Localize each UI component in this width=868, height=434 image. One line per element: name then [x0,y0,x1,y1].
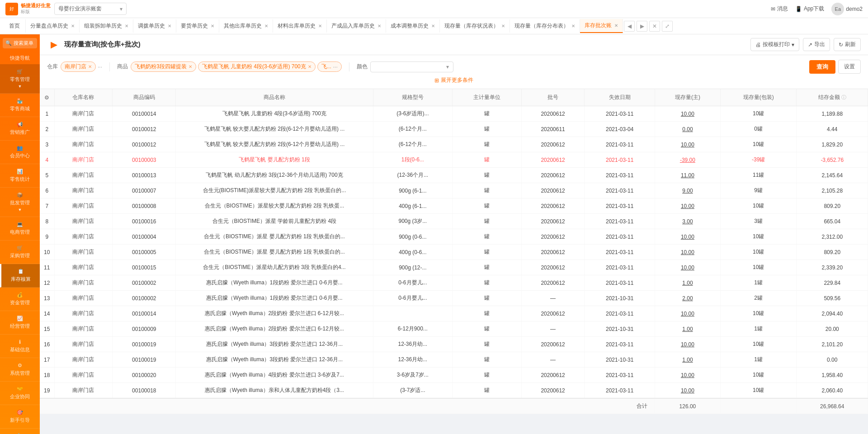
tab-ku-cun-pi[interactable]: 库存批次账 ✕ [580,19,623,33]
cell-qty-main[interactable]: 1.00 [655,275,720,291]
expand-more-filters[interactable]: ⊞ 展开更多条件 [47,76,861,84]
sidebar-quick[interactable]: 快捷导航 [0,52,40,64]
cell-qty-main[interactable]: 10.00 [655,137,720,152]
sidebar-item-inventory[interactable]: 📋 库存核算 [0,264,40,288]
tab-nav-next[interactable]: ▶ [637,21,647,32]
tab-home[interactable]: 首页 [4,19,26,33]
sidebar-item-label: 营销推广 [10,129,30,136]
th-settings[interactable]: ⚙ [40,89,54,106]
tab-close-icon[interactable]: ✕ [318,24,322,28]
tab-diao-bo[interactable]: 调拨单历史 ✕ [133,19,176,33]
sidebar-item-marketing[interactable]: 📢 营销推广 [0,117,40,141]
cell-qty-main[interactable]: 10.00 [655,383,720,399]
sidebar-item-ecommerce[interactable]: 💻 电商管理 [0,217,40,241]
tab-fen-pao[interactable]: 分量盘点单历史 ✕ [26,19,80,33]
sidebar-item-system[interactable]: ⚙ 系统管理 [0,358,40,382]
sidebar-icon: 💻 [17,222,23,227]
cell-qty-main[interactable]: 9.00 [655,183,720,198]
cell-qty-main[interactable]: 10.00 [655,368,720,383]
tab-close-icon[interactable]: ✕ [501,24,505,28]
cell-qty-main[interactable]: 10.00 [655,229,720,245]
tab-fullscreen[interactable]: ⤢ [662,21,673,32]
sidebar-item-finance[interactable]: 💰 资金管理 [0,288,40,311]
product-tag-1[interactable]: 飞鹤奶粉3段四罐提装 ✕ [131,61,196,72]
cell-name: 合生元（BIOSTIME）派星 婴儿配方奶粉 1段 乳铁蛋白的... [176,229,373,245]
tab-close-icon[interactable]: ✕ [614,23,618,28]
filter-more-dots[interactable]: ··· [98,64,102,70]
tab-cai-liao[interactable]: 材料出库单历史 ✕ [273,19,327,33]
filter-more-dots[interactable]: ··· [333,64,338,70]
cell-qty-main[interactable]: 1.00 [655,321,720,337]
tab-close-icon[interactable]: ✕ [377,24,381,28]
tab-close-icon[interactable]: ✕ [71,24,75,28]
warehouse-selector[interactable]: 母婴行业演示账套 ▾ [54,3,127,15]
cell-qty-main[interactable]: 3.00 [655,214,720,229]
message-btn[interactable]: ✉ 消息 [771,5,788,13]
chevron-down-icon: ▾ [792,42,794,48]
cell-qty-main[interactable]: 2.00 [655,291,720,306]
tab-qi-ta-chu[interactable]: 其他出库单历史 ✕ [219,19,273,33]
sidebar-item-basic-info[interactable]: ℹ 基础信息 [0,335,40,358]
export-btn[interactable]: ↗ 导出 [803,38,830,51]
setting-btn[interactable]: 设置 [838,60,861,74]
tag-close-icon[interactable]: ✕ [308,64,311,69]
cell-expire: 2021-03-11 [585,214,655,229]
refresh-btn[interactable]: ↻ 刷新 [834,38,861,51]
tab-close-icon[interactable]: ✕ [571,24,575,28]
sidebar-item-retail-mgmt[interactable]: 🛒 零售管理 ▼ [0,64,40,94]
cell-qty-pack: 10罐 [720,137,797,152]
cell-qty-main[interactable]: 10.00 [655,106,720,122]
sidebar-item-label: 采购管理 [10,252,30,259]
sidebar-search[interactable]: 🔍 搜索菜单 [3,38,37,48]
tag-close-icon[interactable]: ✕ [189,64,192,69]
tab-close-icon[interactable]: ✕ [211,24,214,28]
sidebar-item-guide[interactable]: 🎯 新手引导 [0,405,40,429]
tab-close-icon[interactable]: ✕ [168,24,171,28]
cell-qty-main[interactable]: 10.00 [655,260,720,275]
sidebar-item-operations[interactable]: 📈 经营管理 [0,311,40,335]
cell-qty-main[interactable]: 0.00 [655,122,720,137]
cell-qty-main[interactable]: -39.00 [655,152,720,168]
cell-qty-main[interactable]: 11.00 [655,168,720,183]
cell-qty-main[interactable]: 10.00 [655,306,720,321]
tab-xian-cun-ku[interactable]: 现存量（库存状况表） ✕ [440,19,510,33]
cell-spec [373,306,452,321]
tag-close-icon[interactable]: ✕ [88,64,92,69]
cell-qty-main[interactable]: 10.00 [655,245,720,260]
table-scroll-area[interactable]: ⚙ 仓库名称 商品编码 商品名称 规格型号 主计量单位 批号 失效日期 现存量(… [40,89,868,434]
tab-close-icon[interactable]: ✕ [431,24,435,28]
cell-qty-main[interactable]: 1.00 [655,352,720,368]
cell-spec: 900g (3岁... [373,214,452,229]
sidebar-item-wholesale[interactable]: 📦 批发管理 ▼ [0,188,40,217]
tab-chan-pin[interactable]: 产成品入库单历史 ✕ [327,19,386,33]
sidebar-item-member[interactable]: 👥 会员中心 [0,141,40,164]
tab-nav-prev[interactable]: ◀ [624,21,635,32]
tab-zu-chai[interactable]: 组装拆卸单历史 ✕ [80,19,133,33]
sidebar-item-app-center[interactable]: 🔧 应用中心 [0,429,40,434]
product-tag-3[interactable]: 飞... ··· [317,61,342,72]
app-download-btn[interactable]: 📱 App下载 [795,5,824,13]
cell-qty-pack: 9罐 [720,183,797,198]
print-btn[interactable]: 🖨 按模板打印 ▾ [750,38,799,51]
tab-cheng-ben[interactable]: 成本调整单历史 ✕ [386,19,440,33]
tab-close-icon[interactable]: ✕ [264,24,268,28]
query-btn[interactable]: 查询 [809,60,835,74]
cell-qty-pack: 1罐 [720,321,797,337]
sidebar-icon: 📋 [18,269,24,274]
sidebar-item-purchase[interactable]: 🛒 采购管理 [0,241,40,264]
tab-yao-huo[interactable]: 要货单历史 ✕ [176,19,219,33]
sidebar-item-retail-stat[interactable]: 📊 零售统计 [0,164,40,188]
tab-close-all[interactable]: ✕ [649,21,660,32]
expand-sidebar-btn[interactable]: ▶ [47,40,61,50]
cell-warehouse: 南岸门店 [54,229,113,245]
tab-xian-cun-fen[interactable]: 现存量（库存分布表） ✕ [510,19,580,33]
user-area[interactable]: Ea demo2 [831,3,863,15]
cell-qty-main[interactable]: 10.00 [655,337,720,352]
product-tag-2[interactable]: 飞鹤星飞帆 儿童奶粉 4段(3-6岁适用) 700克 ✕ [198,61,316,72]
color-select[interactable] [370,61,453,72]
sidebar-item-collab[interactable]: 🤝 企业协同 [0,382,40,405]
cell-qty-main[interactable]: 10.00 [655,198,720,214]
warehouse-tag[interactable]: 南岸门店 ✕ [61,61,96,72]
sidebar-item-retail-shop[interactable]: 🏪 零售商城 [0,94,40,117]
tab-close-icon[interactable]: ✕ [125,24,128,28]
